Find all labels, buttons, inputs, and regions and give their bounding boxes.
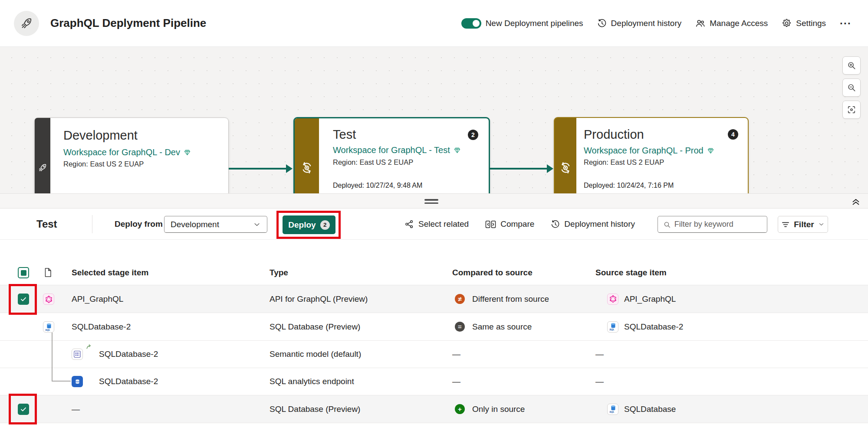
compare-button[interactable]: Compare — [485, 219, 534, 229]
source-item: — — [595, 368, 604, 395]
share-network-icon — [404, 219, 414, 229]
deploy-button-label: Deploy — [288, 220, 316, 230]
filter-icon — [781, 220, 790, 229]
different-from-source-icon: ≠ — [455, 294, 465, 304]
stage-region: Region: East US 2 EUAP — [333, 158, 413, 166]
tree-connector-elbow — [52, 381, 71, 382]
item-type: SQL analytics endpoint — [270, 368, 354, 395]
select-related-button[interactable]: Select related — [404, 219, 469, 229]
chevron-down-icon — [818, 221, 825, 228]
search-icon — [663, 220, 671, 229]
stage-title: Development — [63, 128, 138, 143]
api-graphql-icon — [607, 294, 618, 305]
check-icon — [20, 406, 27, 413]
source-item: SQLDatabase — [607, 395, 676, 423]
indeterminate-mark — [21, 270, 26, 276]
source-item: API_GraphQL — [607, 285, 676, 313]
default-branch-arrow-icon — [86, 344, 92, 349]
deployment-history-button[interactable]: Deployment history — [551, 219, 635, 229]
workspace-link[interactable]: Workspace for GraphQL - Test — [333, 145, 461, 155]
collapse-panel-button[interactable] — [851, 196, 861, 207]
check-icon — [20, 296, 27, 303]
workspace-link-label: Workspace for GraphQL - Test — [333, 145, 450, 155]
diamond-icon — [454, 147, 461, 154]
table-row-sqldatabase-2[interactable]: SQLDatabase-2 SQL Database (Preview) = S… — [0, 313, 868, 341]
column-header-source-stage-item: Source stage item — [595, 268, 667, 277]
item-type: SQL Database (Preview) — [270, 313, 360, 340]
pipeline-logo — [14, 11, 39, 36]
chevron-down-icon — [253, 221, 261, 228]
diamond-icon — [707, 147, 714, 154]
deployment-history-button[interactable]: Deployment history — [597, 19, 682, 28]
sql-database-icon — [607, 321, 618, 333]
more-options-button[interactable]: ··· — [840, 17, 852, 29]
toggle-knob — [473, 20, 480, 27]
deploy-from-value: Development — [171, 220, 219, 229]
canvas-controls — [842, 56, 861, 119]
deploy-button[interactable]: Deploy 2 — [283, 215, 335, 234]
item-name: SQLDatabase-2 — [99, 368, 158, 395]
people-icon — [695, 18, 705, 28]
selected-stage-title: Test — [36, 218, 57, 230]
stage-title: Test — [333, 127, 356, 142]
app-header: GraphQL Deplyment Pipeline New Deploymen… — [0, 0, 868, 47]
table-row-semantic-model[interactable]: SQLDatabase-2 Semantic model (default) —… — [0, 341, 868, 368]
zoom-in-button[interactable] — [842, 56, 861, 75]
deploy-from-label: Deploy from — [115, 219, 163, 229]
fit-to-screen-button[interactable] — [842, 101, 861, 119]
settings-label: Settings — [796, 19, 826, 28]
item-type: Semantic model (default) — [270, 341, 361, 368]
row-checkbox[interactable] — [18, 404, 29, 415]
stage-deployed-time: Deployed: 10/24/24, 7:16 PM — [584, 182, 674, 189]
rocket-icon — [38, 163, 47, 173]
workspace-link[interactable]: Workspace for GraphQL - Dev — [63, 147, 191, 157]
double-chevron-up-icon — [851, 196, 861, 207]
compare-status: + Only in source — [455, 395, 525, 423]
workspace-link[interactable]: Workspace for GraphQL - Prod — [584, 146, 714, 156]
same-as-source-icon: = — [455, 322, 465, 332]
diamond-icon — [184, 149, 191, 156]
history-icon — [551, 220, 560, 229]
file-icon — [43, 267, 53, 278]
tree-connector-vertical — [52, 333, 53, 382]
pipeline-arrow-line — [229, 168, 287, 170]
toolbar-actions: Select related Compare Deployment histor… — [404, 209, 635, 240]
deploy-count-badge: 2 — [320, 220, 330, 230]
filter-label: Filter — [794, 220, 814, 229]
splitter-drag-handle[interactable] — [424, 199, 438, 206]
toolbar-divider — [92, 215, 92, 233]
keyword-filter-input[interactable] — [674, 220, 762, 229]
item-type: SQL Database (Preview) — [270, 395, 360, 423]
table-row-sqldatabase-only-in-source[interactable]: — SQL Database (Preview) + Only in sourc… — [0, 395, 868, 423]
item-name: API_GraphQL — [72, 285, 123, 313]
settings-button[interactable]: Settings — [782, 18, 826, 28]
new-pipelines-toggle-group: New Deployment pipelines — [461, 18, 583, 29]
column-header-type: Type — [270, 268, 288, 277]
sync-icon — [559, 161, 572, 174]
semantic-model-icon — [72, 349, 83, 360]
row-checkbox[interactable] — [18, 294, 29, 305]
only-in-source-icon: + — [455, 404, 465, 414]
new-deployment-pipelines-toggle[interactable] — [461, 18, 481, 29]
pipeline-arrow-head — [547, 164, 553, 173]
compare-status-label: Same as source — [472, 322, 532, 332]
splitter-bar — [0, 193, 868, 209]
table-row-api-graphql[interactable]: API_GraphQL API for GraphQL (Preview) ≠ … — [0, 285, 868, 313]
workspace-link-label: Workspace for GraphQL - Dev — [63, 147, 180, 157]
stage-region: Region: East US 2 EUAP — [63, 160, 144, 168]
item-name: — — [72, 395, 80, 423]
deploy-from-dropdown[interactable]: Development — [164, 216, 267, 233]
sync-icon — [300, 161, 313, 174]
compare-status: — — [452, 368, 460, 395]
manage-access-button[interactable]: Manage Access — [695, 18, 768, 28]
table-row-sql-analytics-endpoint[interactable]: SQLDatabase-2 SQL analytics endpoint — — — [0, 368, 868, 395]
fit-to-screen-icon — [847, 105, 856, 114]
zoom-out-button[interactable] — [842, 78, 861, 97]
select-all-checkbox[interactable] — [18, 267, 29, 278]
source-item-name: SQLDatabase-2 — [624, 322, 683, 332]
stage-title: Production — [584, 127, 644, 142]
sql-analytics-endpoint-icon — [72, 376, 83, 387]
manage-access-label: Manage Access — [710, 19, 768, 28]
stage-items-table: Selected stage item Type Compared to sou… — [0, 240, 868, 447]
filter-button[interactable]: Filter — [778, 216, 828, 233]
